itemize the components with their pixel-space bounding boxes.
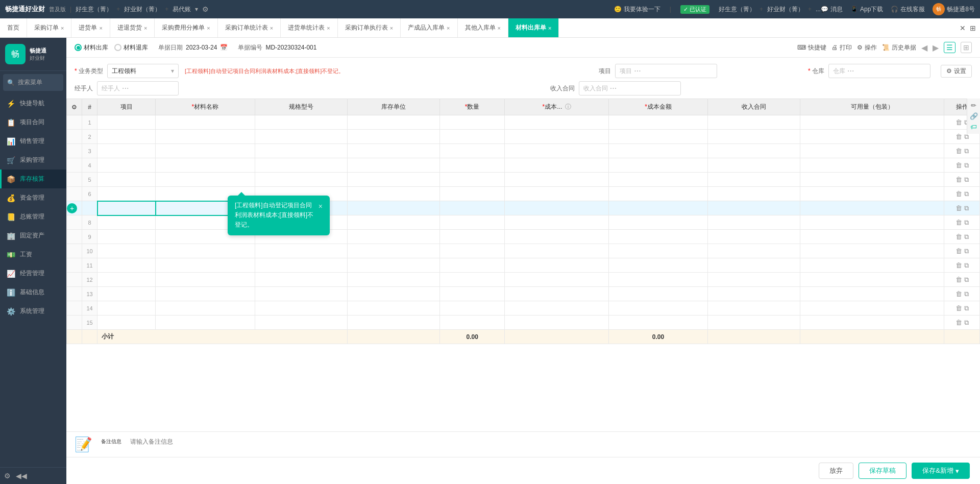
project-input-dots[interactable]: ··· <box>634 66 641 76</box>
delete-row-11[interactable]: 🗑 <box>955 261 962 269</box>
doc-num-value[interactable]: MD-20230324-001 <box>265 44 316 51</box>
save-new-dropdown-arrow[interactable]: ▾ <box>955 467 959 475</box>
delete-row-7[interactable]: 🗑 <box>955 204 962 212</box>
tab-close-all[interactable]: ✕ <box>960 24 966 32</box>
sidebar-item-finance[interactable]: 💰 资金管理 <box>0 188 66 207</box>
nav-dropdown-arrow[interactable]: ▾ <box>195 6 198 13</box>
save-draft-btn[interactable]: 保存草稿 <box>859 463 906 479</box>
cell-spec-1[interactable] <box>255 115 347 130</box>
add-row-btn[interactable]: + <box>67 203 77 213</box>
tab-purchase-order[interactable]: 采购订单 × <box>27 18 71 38</box>
business-type-select[interactable]: 工程领料 ▾ <box>107 64 179 78</box>
close-tab-material-issue[interactable]: × <box>548 25 551 31</box>
delete-row-10[interactable]: 🗑 <box>955 247 962 255</box>
copy-row-3[interactable]: ⧉ <box>964 147 969 155</box>
right-panel-bookmark-icon[interactable]: 🏷 <box>970 123 977 131</box>
delete-row-14[interactable]: 🗑 <box>955 304 962 312</box>
sidebar-item-ledger[interactable]: 📒 总账管理 <box>0 207 66 226</box>
close-tab-purchase-fee[interactable]: × <box>207 25 210 31</box>
copy-row-14[interactable]: ⧉ <box>964 304 969 312</box>
copy-row-12[interactable]: ⧉ <box>964 276 969 284</box>
cost-info-icon[interactable]: ⓘ <box>565 103 571 111</box>
cell-qty-1[interactable] <box>439 115 504 130</box>
cell-cost-1[interactable] <box>505 115 609 130</box>
nav-next-btn[interactable]: ▶ <box>933 43 939 53</box>
nav-link-yidaizhang[interactable]: 易代账 <box>173 5 191 14</box>
nav-link-haoyecai[interactable]: 好业财（菁） <box>124 5 161 14</box>
delete-row-6[interactable]: 🗑 <box>955 190 962 198</box>
right-panel-link-icon[interactable]: 🔗 <box>970 112 978 120</box>
sidebar-item-operations[interactable]: 📈 经营管理 <box>0 264 66 283</box>
income-contract-input[interactable]: 收入合同 ··· <box>579 81 681 95</box>
delete-row-15[interactable]: 🗑 <box>955 319 962 326</box>
close-tab-purchase-order[interactable]: × <box>61 25 64 31</box>
close-tab-receipt-stats[interactable]: × <box>327 25 330 31</box>
tab-purchase-stats[interactable]: 采购订单统计表 × <box>218 18 281 38</box>
sidebar-item-purchase[interactable]: 🛒 采购管理 <box>0 151 66 170</box>
warehouse-input-dots[interactable]: ··· <box>847 66 854 76</box>
income-contract-input-dots[interactable]: ··· <box>610 84 617 93</box>
tab-home[interactable]: 首页 <box>0 18 27 38</box>
delete-row-4[interactable]: 🗑 <box>955 161 962 169</box>
sidebar-collapse-btn[interactable]: ◀◀ <box>16 472 27 480</box>
delete-row-12[interactable]: 🗑 <box>955 276 962 283</box>
nav-settings-icon[interactable]: ⚙ <box>202 5 209 13</box>
tab-finished-goods[interactable]: 产成品入库单 × <box>401 18 457 38</box>
tab-receipt[interactable]: 进货单 × <box>71 18 110 38</box>
user-avatar-btn[interactable]: 畅 畅捷通8号 <box>933 3 975 15</box>
tab-expand-btn[interactable]: ⊞ <box>970 24 976 32</box>
view-toggle-grid[interactable]: ⊞ <box>961 42 972 53</box>
tab-purchase-exec[interactable]: 采购订单执行表 × <box>338 18 401 38</box>
delete-row-5[interactable]: 🗑 <box>955 176 962 183</box>
tooltip-close-btn[interactable]: × <box>318 201 323 212</box>
sidebar-item-fixed-assets[interactable]: 🏢 固定资产 <box>0 226 66 245</box>
delete-row-9[interactable]: 🗑 <box>955 233 962 240</box>
app-download-btn[interactable]: 📱 App下载 <box>850 5 883 14</box>
copy-row-4[interactable]: ⧉ <box>964 161 969 170</box>
copy-row-10[interactable]: ⧉ <box>964 247 969 255</box>
handler-input-dots[interactable]: ··· <box>122 84 129 93</box>
copy-row-5[interactable]: ⧉ <box>964 176 969 184</box>
radio-material-return[interactable]: 材料退库 <box>114 43 148 52</box>
print-btn[interactable]: 🖨 打印 <box>831 43 852 52</box>
cell-project-1[interactable] <box>97 115 156 130</box>
copy-row-7[interactable]: ⧉ <box>964 204 969 212</box>
settings-btn[interactable]: ⚙ 设置 <box>941 65 972 78</box>
delete-row-2[interactable]: 🗑 <box>955 133 962 140</box>
column-settings-icon[interactable]: ⚙ <box>71 104 77 111</box>
cell-income-contract-1[interactable] <box>708 115 800 130</box>
nav-link-experience[interactable]: 🙂 我要体验一下 <box>614 5 660 14</box>
project-input[interactable]: 项目 ··· <box>615 64 717 78</box>
delete-row-1[interactable]: 🗑 <box>955 118 962 126</box>
search-menu-btn[interactable]: 🔍 搜索菜单 <box>3 74 63 91</box>
cell-project-7-active[interactable] <box>97 201 156 215</box>
tab-receipt-stats[interactable]: 进货单统计表 × <box>281 18 337 38</box>
copy-row-6[interactable]: ⧉ <box>964 190 969 198</box>
cell-cost-amount-1[interactable] <box>608 115 707 130</box>
sidebar-item-inventory[interactable]: 📦 库存核算 <box>0 170 66 188</box>
save-new-btn[interactable]: 保存&新增 ▾ <box>912 463 970 479</box>
radio-material-issue[interactable]: 材料出库 <box>75 43 108 52</box>
sidebar-item-shortcut[interactable]: ⚡ 快捷导航 <box>0 94 66 113</box>
cell-available-qty-1[interactable] <box>800 115 944 130</box>
sidebar-settings-btn[interactable]: ⚙ <box>4 472 11 480</box>
warehouse-input[interactable]: 仓库 ··· <box>828 64 930 78</box>
sidebar-item-sales[interactable]: 📊 销售管理 <box>0 132 66 151</box>
close-tab-finished-goods[interactable]: × <box>447 25 450 31</box>
cell-material-1[interactable] <box>156 115 255 130</box>
sidebar-item-project[interactable]: 📋 项目合同 <box>0 113 66 132</box>
sidebar-item-basic-info[interactable]: ℹ️ 基础信息 <box>0 283 66 302</box>
copy-row-13[interactable]: ⧉ <box>964 290 969 298</box>
delete-row-3[interactable]: 🗑 <box>955 147 962 155</box>
message-icon-btn[interactable]: 💬 消息 <box>821 5 843 14</box>
col-settings-header[interactable]: ⚙ <box>67 99 82 115</box>
close-tab-purchase-exec[interactable]: × <box>390 25 393 31</box>
handler-input[interactable]: 经手人 ··· <box>97 81 179 95</box>
delete-row-8[interactable]: 🗑 <box>955 219 962 226</box>
copy-row-8[interactable]: ⧉ <box>964 219 969 227</box>
discard-btn[interactable]: 放弃 <box>819 463 853 479</box>
close-tab-receipt[interactable]: × <box>99 25 102 31</box>
delete-row-13[interactable]: 🗑 <box>955 290 962 298</box>
operations-btn[interactable]: ⚙ 操作 <box>857 43 877 52</box>
cell-unit-1[interactable] <box>347 115 439 130</box>
